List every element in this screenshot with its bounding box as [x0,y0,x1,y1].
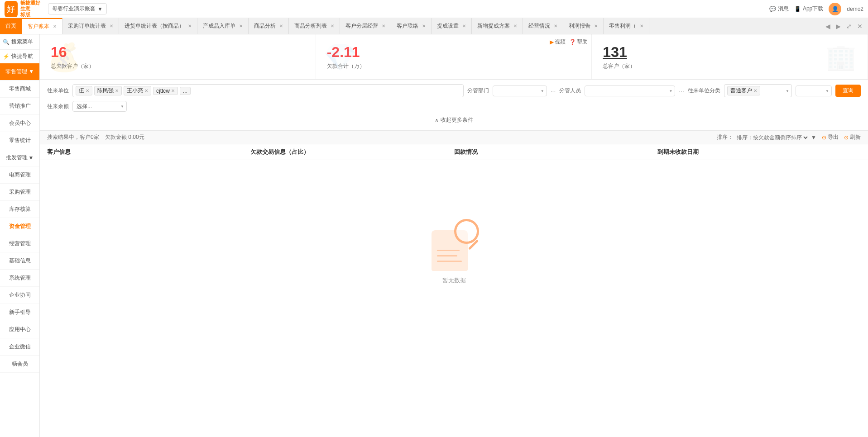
tab-home[interactable]: 首页 [0,18,22,34]
filter-tag-cjttcw[interactable]: cjttcw ✕ [153,87,178,95]
person-select[interactable] [585,86,675,96]
sidebar-item-new-guide[interactable]: 新手引导 [0,304,39,321]
tab-accounts[interactable]: 客户账本 ✕ [22,18,62,34]
tab-close-icon[interactable]: ✕ [382,24,385,28]
sidebar-item-retail-mgmt[interactable]: 零售管理 ▼ [0,63,39,81]
tab-close-icon[interactable]: ✕ [422,24,426,28]
tag-close-icon[interactable]: ✕ [86,88,89,93]
tab-close-icon[interactable]: ✕ [554,24,557,28]
tab-maximize-btn[interactable]: ⤢ [844,22,854,31]
tab-product-inbound[interactable]: 产成品入库单 ✕ [197,18,249,34]
total-customers-value: 131 [603,44,627,61]
tab-close-icon[interactable]: ✕ [513,24,517,28]
tab-close-icon[interactable]: ✕ [110,24,113,28]
tab-close-icon[interactable]: ✕ [331,24,334,28]
header-bar: 好 畅捷通好生意 标版 母婴行业演示账套 ▼ 💬 消息 📱 App下载 👤 de [0,0,868,18]
person-more-icon[interactable]: ··· [679,87,684,95]
sidebar-item-operations-mgmt[interactable]: 经营管理 [0,235,39,252]
unit-filter-tags[interactable]: 伍 ✕ 陈民强 ✕ 王小亮 ✕ cjttcw ✕ [72,84,464,97]
sidebar-item-finance[interactable]: 资金管理 [0,218,39,235]
stat-total-customers: 🏢 131 总客户（家） [592,34,868,79]
video-btn[interactable]: ▶ 视频 [550,38,566,46]
tab-operations[interactable]: 经营情况 ✕ [523,18,563,34]
tab-promotion-settings[interactable]: 提成设置 ✕ [432,18,472,34]
sidebar-item-inventory[interactable]: 库存核算 [0,201,39,218]
sidebar-item-purchase-mgmt[interactable]: 采购管理 [0,184,39,201]
category-label: 往来单位分类 [688,87,720,95]
search-btn[interactable]: 查询 [835,85,861,97]
balance-select[interactable]: 选择... [72,101,127,112]
tab-customer-segment[interactable]: 客户分层经营 ✕ [340,18,391,34]
filter-tag-wu[interactable]: 伍 ✕ [76,86,92,95]
filter-tag-wang[interactable]: 王小亮 ✕ [124,86,151,95]
tab-close-icon[interactable]: ✕ [594,24,598,28]
sidebar-item-basic-info[interactable]: 基础信息 [0,252,39,270]
store-selector[interactable]: 母婴行业演示账套 ▼ [48,3,107,14]
tab-product-analysis[interactable]: 商品分析 ✕ [249,18,289,34]
stat-actions: ▶ 视频 ❓ 帮助 [550,38,588,46]
export-btn[interactable]: ⊙ 导出 [822,133,839,141]
sidebar-item-vip-member[interactable]: 畅会员 [0,356,39,373]
tag-close-icon[interactable]: ✕ [171,88,175,93]
tag-close-icon[interactable]: ✕ [144,88,148,93]
refresh-btn[interactable]: ⊙ 刷新 [844,133,861,141]
tab-close-icon[interactable]: ✕ [188,24,192,28]
filter-tag-normal-customer[interactable]: 普通客户 ✕ [727,86,760,95]
tab-close-icon[interactable]: ✕ [279,24,283,28]
more-tags-btn[interactable]: ... [180,87,191,95]
message-btn[interactable]: 💬 消息 [769,5,789,13]
stat-bg-icon2: 💎 [323,41,357,73]
tab-close-icon[interactable]: ✕ [239,24,243,28]
sidebar-item-retail-mall[interactable]: 零售商城 [0,81,39,98]
tab-product-analysis-list[interactable]: 商品分析列表 ✕ [289,18,340,34]
tab-close-icon[interactable]: ✕ [462,24,466,28]
tag-close-icon[interactable]: ✕ [753,88,757,93]
tab-next-btn[interactable]: ▶ [834,22,843,31]
logo-area: 好 畅捷通好生意 标版 [5,0,44,18]
tab-purchase-orders[interactable]: 采购订单统计表 ✕ [62,18,119,34]
tab-retail-profit[interactable]: 零售利润（ ✕ [604,18,649,34]
help-icon: ❓ [569,39,576,45]
result-actions: 排序： 排序：按欠款金额倒序排序 ▼ ⊙ 导出 ⊙ 刷新 [717,133,861,141]
filter-tag-chen[interactable]: 陈民强 ✕ [94,86,122,95]
sidebar-item-enterprise-wechat[interactable]: 企业微信 [0,338,39,356]
collapse-btn[interactable]: ∧ 收起更多条件 [431,114,477,126]
sidebar-item-members[interactable]: 会员中心 [0,115,39,132]
sidebar-item-marketing[interactable]: 营销推广 [0,98,39,115]
tab-inbound-stats[interactable]: 进货单统计表（按商品） ✕ [119,18,197,34]
help-btn[interactable]: ❓ 帮助 [569,38,588,46]
sidebar-item-retail-stats[interactable]: 零售统计 [0,132,39,149]
tab-close-all-btn[interactable]: ✕ [855,22,864,31]
tab-add-achievement[interactable]: 新增提成方案 ✕ [472,18,523,34]
search-result-text: 搜索结果中，客户0家 欠款金额 0.00元 [47,133,144,141]
tab-customer-contact[interactable]: 客户联络 ✕ [391,18,432,34]
sidebar-search[interactable]: 🔍 搜索菜单 [0,34,39,50]
tab-close-icon[interactable]: ✕ [53,24,57,29]
avatar[interactable]: 👤 [829,3,841,15]
header-left: 好 畅捷通好生意 标版 母婴行业演示账套 ▼ [5,0,107,18]
dept-select-wrap [493,86,547,96]
app-download-btn[interactable]: 📱 App下载 [794,5,823,13]
stat-bg-icon: 💰 [47,41,81,73]
sidebar-item-app-center[interactable]: 应用中心 [0,321,39,338]
stats-bar: 💰 16 总欠款客户（家） 💎 -2.11 欠款合计（万） ▶ 视频 ❓ [40,34,868,80]
empty-text: 暂无数据 [442,276,466,285]
tab-prev-btn[interactable]: ◀ [824,22,832,31]
sidebar-item-system[interactable]: 系统管理 [0,270,39,287]
dept-select[interactable] [493,86,547,96]
category-dropdown[interactable] [796,86,832,96]
col-repayment: 回款情况 [454,148,657,156]
sidebar-quick-nav[interactable]: ⚡ 快捷导航 [0,50,39,63]
sort-select[interactable]: 排序：按欠款金额倒序排序 [735,134,809,141]
tab-close-icon[interactable]: ✕ [640,24,643,28]
tab-profit-report[interactable]: 利润报告 ✕ [563,18,604,34]
sidebar-item-wholesale-mgmt[interactable]: 批发管理 ▼ [0,149,39,166]
sidebar-item-enterprise[interactable]: 企业协同 [0,287,39,304]
username: demo2 [847,6,863,12]
stat-debt-customers: 💰 16 总欠款客户（家） [40,34,316,79]
sidebar-item-ecommerce[interactable]: 电商管理 [0,166,39,184]
dept-more-icon[interactable]: ··· [551,87,556,95]
search-icon: 🔍 [3,39,10,45]
category-filter-tags[interactable]: 普通客户 ✕ [724,84,792,97]
tag-close-icon[interactable]: ✕ [115,88,119,93]
